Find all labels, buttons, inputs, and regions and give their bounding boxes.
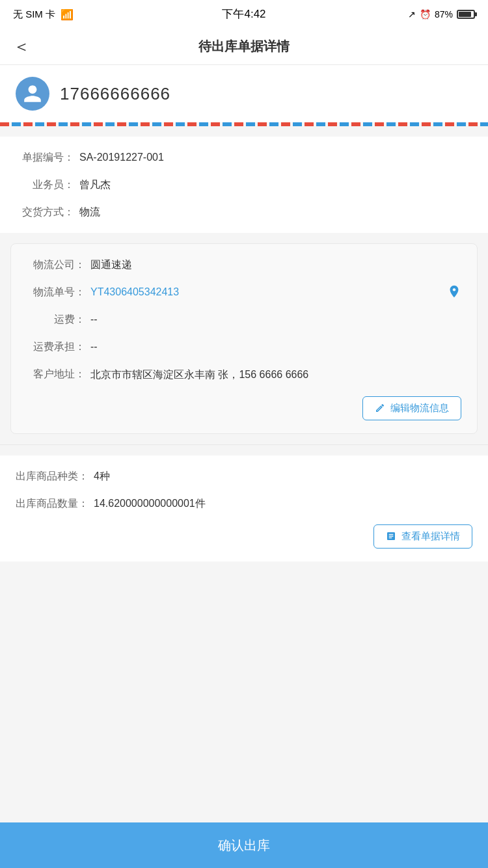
tracking-number-value: YT4306405342413 xyxy=(90,284,441,300)
document-info-section: 单据编号： SA-20191227-001 业务员： 曾凡杰 交货方式： 物流 xyxy=(0,137,488,233)
edit-icon xyxy=(375,403,385,413)
logistics-company-label: 物流公司： xyxy=(27,257,85,273)
freight-payer-label: 运费承担： xyxy=(27,339,85,355)
view-details-button-container: 查看单据详情 xyxy=(16,524,472,549)
goods-types-label: 出库商品种类： xyxy=(16,468,88,484)
battery-percent: 87% xyxy=(435,9,453,20)
freight-row: 运费： -- xyxy=(27,312,461,327)
edit-logistics-label: 编辑物流信息 xyxy=(390,402,449,414)
status-bar: 无 SIM 卡 📶 下午4:42 ↗ ⏰ 87% xyxy=(0,0,488,29)
content-area: 单据编号： SA-20191227-001 业务员： 曾凡杰 交货方式： 物流 … xyxy=(0,137,488,757)
location-pin-icon[interactable] xyxy=(447,284,461,299)
user-icon xyxy=(22,83,43,104)
doc-number-row: 单据编号： SA-20191227-001 xyxy=(16,150,472,165)
tracking-number-label: 物流单号： xyxy=(27,284,85,300)
location-icon: ↗ xyxy=(408,9,416,20)
page-title: 待出库单据详情 xyxy=(43,38,445,55)
tracking-number-row: 物流单号： YT4306405342413 xyxy=(27,284,461,300)
customer-header: 17666666666 xyxy=(0,65,488,122)
wifi-icon: 📶 xyxy=(61,8,74,21)
alarm-icon: ⏰ xyxy=(420,9,431,20)
freight-label: 运费： xyxy=(27,312,85,327)
view-details-label: 查看单据详情 xyxy=(401,530,460,543)
goods-types-value: 4种 xyxy=(94,468,472,484)
goods-types-row: 出库商品种类： 4种 xyxy=(16,468,472,484)
freight-payer-row: 运费承担： -- xyxy=(27,339,461,355)
freight-payer-value: -- xyxy=(90,339,461,355)
freight-value: -- xyxy=(90,312,461,327)
address-value: 北京市市辖区海淀区永丰南 张，156 6666 6666 xyxy=(90,366,461,383)
document-list-icon xyxy=(386,531,396,541)
status-right: ↗ ⏰ 87% xyxy=(408,9,475,20)
customer-phone: 17666666666 xyxy=(60,84,170,104)
salesperson-value: 曾凡杰 xyxy=(79,177,472,193)
address-label: 客户地址： xyxy=(27,366,85,382)
delivery-method-row: 交货方式： 物流 xyxy=(16,204,472,220)
battery-fill xyxy=(459,12,471,17)
status-time: 下午4:42 xyxy=(222,7,265,21)
back-button[interactable]: ＜ xyxy=(13,35,30,58)
salesperson-row: 业务员： 曾凡杰 xyxy=(16,177,472,193)
avatar xyxy=(16,77,49,111)
logistics-company-value: 圆通速递 xyxy=(90,257,461,273)
logistics-card: 物流公司： 圆通速递 物流单号： YT4306405342413 运费： -- … xyxy=(10,243,478,434)
dashed-divider xyxy=(0,122,488,126)
delivery-method-value: 物流 xyxy=(79,204,472,220)
navigation-bar: ＜ 待出库单据详情 xyxy=(0,29,488,65)
status-left: 无 SIM 卡 📶 xyxy=(13,8,74,21)
edit-logistics-button-container: 编辑物流信息 xyxy=(27,396,461,420)
confirm-button[interactable]: 确认出库 xyxy=(0,822,488,868)
battery-icon xyxy=(457,10,475,19)
salesperson-label: 业务员： xyxy=(16,177,74,193)
empty-space xyxy=(0,562,488,705)
carrier-label: 无 SIM 卡 xyxy=(13,8,55,21)
edit-logistics-button[interactable]: 编辑物流信息 xyxy=(362,396,461,420)
doc-number-value: SA-20191227-001 xyxy=(79,150,472,165)
goods-quantity-value: 14.620000000000001件 xyxy=(94,496,472,511)
view-details-button[interactable]: 查看单据详情 xyxy=(373,524,472,549)
goods-quantity-label: 出库商品数量： xyxy=(16,496,88,511)
address-row: 客户地址： 北京市市辖区海淀区永丰南 张，156 6666 6666 xyxy=(27,366,461,383)
logistics-company-row: 物流公司： 圆通速递 xyxy=(27,257,461,273)
confirm-label: 确认出库 xyxy=(218,837,270,854)
delivery-method-label: 交货方式： xyxy=(16,204,74,220)
goods-quantity-row: 出库商品数量： 14.620000000000001件 xyxy=(16,496,472,511)
doc-number-label: 单据编号： xyxy=(16,150,74,165)
section-divider xyxy=(0,444,488,445)
goods-section: 出库商品种类： 4种 出库商品数量： 14.620000000000001件 查… xyxy=(0,455,488,562)
